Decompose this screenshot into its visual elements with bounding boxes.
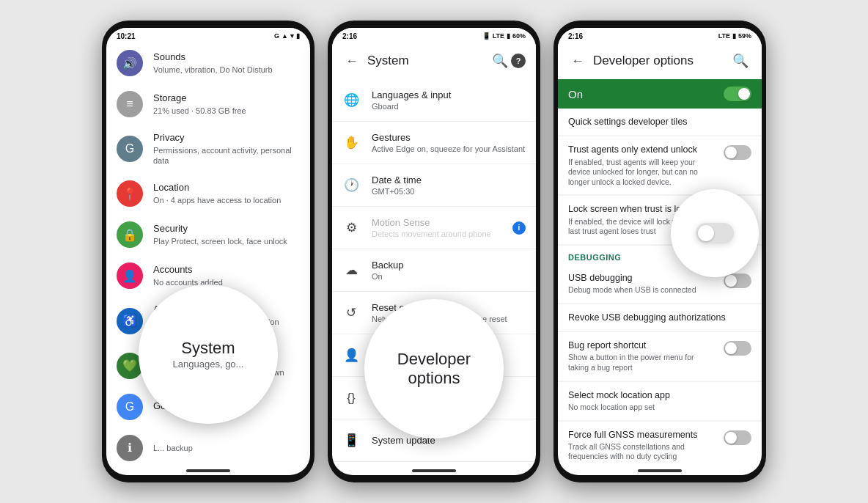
dev-item-7[interactable]: Force full GNSS measurements Track all G… <box>558 422 762 465</box>
sys-icon-8: 📱 <box>342 432 360 449</box>
sys-sub-1: Active Edge on, squeeze for your Assista… <box>372 144 525 153</box>
dev-on-bar[interactable]: On <box>558 79 762 109</box>
item-title-5: Accounts <box>153 264 300 276</box>
lte-label: LTE <box>493 32 504 40</box>
toggle-5[interactable] <box>724 341 751 356</box>
dev-item-6[interactable]: Select mock location app No mock locatio… <box>558 382 762 421</box>
home-bar-2 <box>412 469 456 472</box>
item-text-0: Sounds Volume, vibration, Do Not Disturb <box>153 51 300 75</box>
phone-1: 10:21 G ▲ ▾ ▮ 🔊 Sounds Volume, vibration… <box>102 21 315 482</box>
system-header: ← System 🔍 ? <box>332 43 536 79</box>
dev-title-3: USB debugging <box>568 272 716 284</box>
status-time-2: 2:16 <box>342 32 357 40</box>
dev-text-0: Quick settings developer tiles <box>568 116 744 128</box>
search-icon-2[interactable]: 🔍 <box>489 50 511 72</box>
item-title-1: Storage <box>153 92 300 105</box>
item-icon-4: 🔒 <box>117 221 143 248</box>
dev-item-1[interactable]: Trust agents only extend unlock If enabl… <box>558 136 762 195</box>
sys-text-4: Backup On <box>372 260 403 281</box>
item-text-3: Location On · 4 apps have access to loca… <box>153 182 300 205</box>
dev-sub-6: No mock location app set <box>568 403 744 413</box>
toggle-1[interactable] <box>724 145 751 160</box>
toggle-3[interactable] <box>724 273 751 288</box>
back-button-3[interactable]: ← <box>568 51 587 72</box>
circle-sub-text-1: Languages, go... <box>173 359 244 370</box>
dev-text-5: Bug report shortcut Show a button in the… <box>568 339 716 373</box>
sys-sub-3: Detects movement around phone <box>372 230 491 238</box>
status-icons-2: 📱 LTE ▮ 60% <box>482 32 526 40</box>
system-item-0[interactable]: 🌐 Languages & input Gboard <box>332 79 536 122</box>
settings-item-4[interactable]: 🔒 Security Play Protect, screen lock, fa… <box>106 214 310 255</box>
sys-text-3: Motion Sense Detects movement around pho… <box>372 217 491 238</box>
item-text-4: Security Play Protect, screen lock, face… <box>153 223 300 246</box>
google-icon: G <box>274 32 279 40</box>
status-bar-2: 2:16 📱 LTE ▮ 60% <box>332 28 536 43</box>
system-item-4[interactable]: ☁ Backup On <box>332 249 536 292</box>
item-text-9: L... backup <box>153 442 300 453</box>
item-text-5: Accounts No accounts added <box>153 264 300 287</box>
item-title-0: Sounds <box>153 51 300 64</box>
sys-sub-2: GMT+05:30 <box>372 187 422 196</box>
phone-3: 2:16 LTE ▮ 59% ← Developer options 🔍 On … <box>553 21 766 482</box>
settings-item-3[interactable]: 📍 Location On · 4 apps have access to lo… <box>106 173 310 214</box>
item-subtitle-4: Play Protect, screen lock, face unlock <box>153 236 300 246</box>
dev-text-3: USB debugging Debug mode when USB is con… <box>568 272 716 295</box>
battery-pct-2: 60% <box>512 32 526 40</box>
dev-text-4: Revoke USB debugging authorizations <box>568 312 744 323</box>
dev-item-0[interactable]: Quick settings developer tiles <box>558 109 762 136</box>
dev-sub-7: Track all GNSS constellations and freque… <box>568 442 716 462</box>
item-icon-8: G <box>117 394 143 420</box>
sys-sub-0: Gboard <box>372 102 451 111</box>
system-item-1[interactable]: ✋ Gestures Active Edge on, squeeze for y… <box>332 122 536 164</box>
dev-on-toggle[interactable] <box>724 87 751 101</box>
sys-icon-7: {} <box>342 389 360 407</box>
dev-item-4[interactable]: Revoke USB debugging authorizations <box>558 304 762 331</box>
dev-item-5[interactable]: Bug report shortcut Show a button in the… <box>558 332 762 381</box>
dev-title-0: Quick settings developer tiles <box>568 116 744 128</box>
sys-title-2: Date & time <box>372 175 422 186</box>
settings-item-0[interactable]: 🔊 Sounds Volume, vibration, Do Not Distu… <box>106 43 310 84</box>
sys-title-1: Gestures <box>372 132 525 143</box>
item-icon-2: G <box>117 136 143 162</box>
toggle-7[interactable] <box>724 430 751 445</box>
dev-title-1: Trust agents only extend unlock <box>568 144 716 155</box>
settings-item-9[interactable]: ℹ L... backup <box>106 427 310 465</box>
search-icon-3[interactable]: 🔍 <box>729 50 751 72</box>
item-icon-6: ♿ <box>117 308 143 334</box>
item-subtitle-3: On · 4 apps have access to location <box>153 195 300 205</box>
back-button-2[interactable]: ← <box>342 51 361 72</box>
circle-main-text-1: System <box>173 339 244 358</box>
help-icon-2[interactable]: ? <box>511 54 526 68</box>
sys-title-0: Languages & input <box>372 89 451 100</box>
settings-item-2[interactable]: G Privacy Permissions, account activity,… <box>106 125 310 173</box>
sys-sub-4: On <box>372 272 403 281</box>
status-bar-3: 2:16 LTE ▮ 59% <box>558 28 762 43</box>
circle-main-text-2: Developer options <box>372 350 496 389</box>
system-title: System <box>367 54 489 68</box>
system-item-2[interactable]: 🕐 Date & time GMT+05:30 <box>332 164 536 207</box>
zoom-circle-1: System Languages, go... <box>139 284 278 424</box>
item-icon-5: 👤 <box>117 262 143 289</box>
dev-sub-1: If enabled, trust agents will keep your … <box>568 158 716 188</box>
system-item-3[interactable]: ⚙ Motion Sense Detects movement around p… <box>332 207 536 249</box>
item-subtitle-9: L... backup <box>153 443 300 453</box>
home-bar-1 <box>186 469 230 472</box>
info-badge-3: i <box>512 221 526 235</box>
dev-options-header: ← Developer options 🔍 <box>558 43 762 79</box>
item-text-1: Storage 21% used · 50.83 GB free <box>153 92 300 116</box>
status-icons-3: LTE ▮ 59% <box>718 32 751 40</box>
usb-debug-toggle-zoomed[interactable] <box>696 223 734 243</box>
sys-icon-6: 👤 <box>342 347 360 364</box>
status-time-1: 10:21 <box>117 32 136 40</box>
item-icon-3: 📍 <box>117 180 143 207</box>
item-text-2: Privacy Permissions, account activity, p… <box>153 132 300 166</box>
item-title-3: Location <box>153 182 300 194</box>
sys-icon-1: ✋ <box>342 134 360 152</box>
battery-icon-2: ▮ <box>507 32 510 40</box>
status-time-3: 2:16 <box>568 32 583 40</box>
wifi-icon: ▾ <box>290 32 294 40</box>
dev-title-5: Bug report shortcut <box>568 339 716 351</box>
status-icons-1: G ▲ ▾ ▮ <box>274 32 300 40</box>
settings-item-1[interactable]: ≡ Storage 21% used · 50.83 GB free <box>106 84 310 125</box>
dev-title-6: Select mock location app <box>568 389 744 401</box>
